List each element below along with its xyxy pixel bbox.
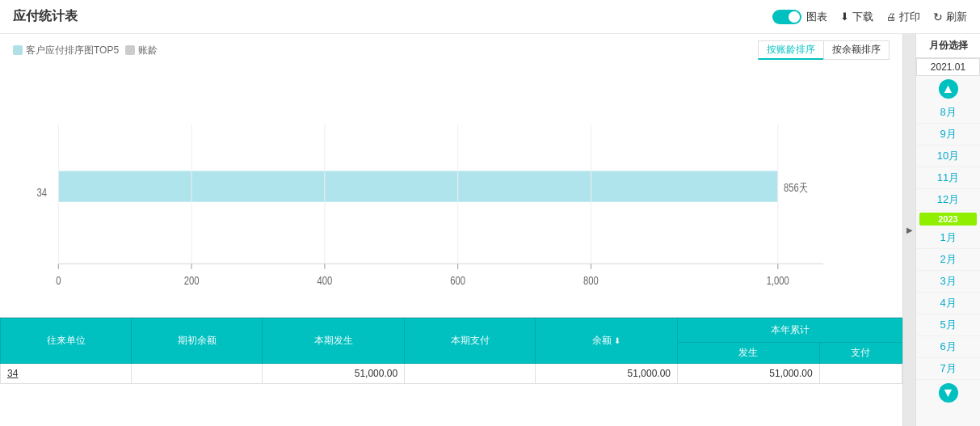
refresh-button[interactable]: 刷新 <box>933 10 967 24</box>
cell-unit[interactable]: 34 <box>1 364 132 384</box>
col-current-pay-header: 本期支付 <box>405 318 536 364</box>
bar-chart: 34 856天 0 200 400 <box>0 66 902 317</box>
month-sidebar: 月份选择 ▲ 8月 9月 10月 11月 12月 2023 1月 2月 3月 4… <box>915 34 980 426</box>
cell-opening <box>132 364 263 384</box>
cell-ytd-pay <box>819 364 902 384</box>
month-item-2[interactable]: 2月 <box>916 249 980 271</box>
legend-age-label: 账龄 <box>138 44 158 57</box>
svg-text:600: 600 <box>450 274 465 288</box>
download-label: 下载 <box>852 10 873 24</box>
col-ytd-pay-header: 支付 <box>819 343 902 364</box>
svg-text:0: 0 <box>56 274 61 288</box>
chart-toggle[interactable] <box>772 10 801 24</box>
download-icon <box>840 11 849 23</box>
cell-current-pay <box>405 364 536 384</box>
data-table: 往来单位 期初余额 本期发生 本期支付 余额 ⬇ 本年累计 <box>0 317 902 384</box>
month-down-arrow[interactable]: ▼ <box>916 380 980 406</box>
year-input[interactable] <box>916 58 980 76</box>
download-button[interactable]: 下载 <box>840 10 873 24</box>
month-list: 8月 9月 10月 11月 12月 2023 1月 2月 3月 4月 5月 6月… <box>916 102 980 380</box>
month-up-arrow[interactable]: ▲ <box>916 76 980 102</box>
sort-by-amount-button[interactable]: 按余额排序 <box>823 40 890 60</box>
month-item-12[interactable]: 12月 <box>916 189 980 211</box>
chart-legend: 客户应付排序图TOP5 账龄 <box>13 44 158 57</box>
cell-current-occur: 51,000.00 <box>263 364 405 384</box>
page-title: 应付统计表 <box>13 8 78 25</box>
svg-text:200: 200 <box>184 274 200 288</box>
month-item-11[interactable]: 11月 <box>916 167 980 189</box>
legend-color-dot <box>13 45 23 55</box>
col-current-occur-header: 本期发生 <box>263 318 405 364</box>
month-item-1[interactable]: 1月 <box>916 227 980 249</box>
cell-ytd-occur: 51,000.00 <box>678 364 820 384</box>
chart-toggle-wrap: 图表 <box>772 10 827 24</box>
refresh-label: 刷新 <box>946 10 967 24</box>
month-item-4[interactable]: 4月 <box>916 293 980 314</box>
sidebar-collapse-button[interactable]: ▶ <box>902 34 915 426</box>
month-item-10[interactable]: 10月 <box>916 146 980 167</box>
month-item-5[interactable]: 5月 <box>916 314 980 336</box>
col-opening-header: 期初余额 <box>132 318 263 364</box>
svg-text:400: 400 <box>318 274 333 288</box>
svg-text:800: 800 <box>583 274 599 288</box>
cell-balance: 51,000.00 <box>536 364 678 384</box>
col-unit-header: 往来单位 <box>1 318 132 364</box>
down-arrow-circle[interactable]: ▼ <box>939 383 958 403</box>
svg-text:34: 34 <box>37 186 48 200</box>
print-icon <box>886 11 896 23</box>
sort-by-balance-button[interactable]: 按账龄排序 <box>758 40 823 60</box>
month-item-3[interactable]: 3月 <box>916 271 980 293</box>
col-ytd-header: 本年累计 <box>678 318 902 343</box>
month-item-6[interactable]: 6月 <box>916 336 980 358</box>
chart-sort-buttons: 按账龄排序 按余额排序 <box>758 40 890 60</box>
svg-text:1,000: 1,000 <box>767 274 789 288</box>
col-balance-header: 余额 ⬇ <box>536 318 678 364</box>
svg-text:856天: 856天 <box>784 181 808 195</box>
month-item-9[interactable]: 9月 <box>916 124 980 146</box>
print-label: 打印 <box>899 10 920 24</box>
chart-toggle-label: 图表 <box>806 10 827 24</box>
col-ytd-occur-header: 发生 <box>678 343 820 364</box>
refresh-icon <box>933 11 943 23</box>
print-button[interactable]: 打印 <box>886 10 920 24</box>
month-item-7[interactable]: 7月 <box>916 358 980 380</box>
year-badge: 2023 <box>919 213 977 226</box>
sidebar-title: 月份选择 <box>916 34 980 58</box>
up-arrow-circle[interactable]: ▲ <box>939 79 958 99</box>
legend-age-dot <box>125 45 135 55</box>
legend-label: 客户应付排序图TOP5 <box>26 44 119 57</box>
table-row: 34 51,000.00 51,000.00 51,000.00 <box>1 364 902 384</box>
svg-rect-1 <box>58 171 778 201</box>
month-item-8[interactable]: 8月 <box>916 102 980 124</box>
